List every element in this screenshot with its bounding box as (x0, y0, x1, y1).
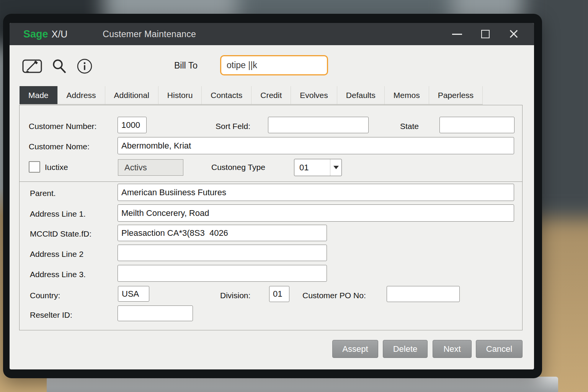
laptop-bezel: Sage X/U Custemer Maintenance (3, 14, 542, 378)
city-state-zip-input[interactable] (118, 225, 327, 241)
accept-button[interactable]: Assept (332, 340, 378, 358)
minimize-button[interactable] (452, 34, 462, 35)
tab-bar: Made Address Additional Historu Contacts… (20, 86, 483, 105)
address-line-2-label: Address Line 2 (30, 250, 83, 259)
sage-logo-suffix: X/U (52, 29, 68, 40)
division-input[interactable] (269, 286, 289, 302)
state-label: State (400, 122, 419, 131)
parent-input[interactable] (118, 184, 514, 201)
cancel-button[interactable]: Cancel (476, 340, 523, 358)
tab-defaults[interactable]: Defaults (337, 86, 385, 104)
address-line-2-input[interactable] (118, 245, 327, 261)
title-bar: Sage X/U Custemer Maintenance (10, 23, 534, 45)
delete-button[interactable]: Delete (383, 340, 428, 358)
inactive-checkbox[interactable] (29, 161, 40, 173)
customer-po-label: Customer PO No: (302, 291, 366, 300)
state-input[interactable] (439, 117, 514, 133)
tab-contacts[interactable]: Contacts (202, 86, 252, 104)
tab-memos[interactable]: Memos (385, 86, 429, 104)
info-icon[interactable] (75, 57, 94, 76)
country-input[interactable] (118, 286, 149, 302)
customer-name-input[interactable] (118, 137, 514, 154)
address-line-3-label: Address Line 3. (30, 270, 86, 279)
maximize-button[interactable] (481, 30, 490, 38)
tab-credit[interactable]: Credit (252, 86, 291, 104)
window-controls (452, 29, 519, 39)
customer-type-label: Custoneg Type (211, 163, 265, 172)
next-button[interactable]: Next (433, 340, 472, 358)
customer-po-input[interactable] (387, 286, 460, 302)
tab-paperless[interactable]: Paperless (429, 86, 483, 104)
address-line-1-input[interactable] (118, 204, 514, 222)
edit-document-icon[interactable] (21, 56, 44, 77)
tab-invoices[interactable]: Evolves (291, 86, 337, 104)
bill-to-input[interactable] (220, 55, 328, 75)
address-line-1-label: Address Line 1. (30, 209, 86, 219)
customer-number-input[interactable] (118, 117, 147, 133)
tab-history[interactable]: Historu (158, 86, 202, 104)
reseller-id-input[interactable] (118, 305, 193, 321)
sort-field-label: Sort Feld: (216, 122, 250, 131)
window-title: Custemer Maintenance (103, 29, 196, 39)
active-status-button[interactable]: Activs (118, 159, 183, 176)
reseller-id-label: Reselter ID: (30, 310, 72, 320)
close-button[interactable] (509, 29, 519, 39)
inactive-checkbox-label: Iuctixe (45, 163, 68, 172)
parent-label: Parent. (30, 189, 56, 198)
search-icon[interactable] (51, 57, 69, 76)
tab-main[interactable]: Made (20, 86, 58, 104)
division-label: Division: (220, 291, 250, 300)
sort-field-input[interactable] (268, 117, 369, 133)
tab-additional[interactable]: Additional (105, 86, 158, 104)
customer-type-value: 01 (294, 159, 330, 176)
country-label: Country: (30, 291, 60, 300)
city-state-zip-label: MCCltD State.fD: (30, 229, 91, 238)
customer-number-label: Customer Number: (29, 122, 96, 131)
laptop-base (47, 377, 558, 392)
sage-logo: Sage (23, 28, 48, 40)
chevron-down-icon (330, 159, 341, 176)
customer-type-dropdown[interactable]: 01 (294, 159, 342, 176)
bill-to-label: Bill To (174, 60, 198, 71)
customer-name-label: Customer Nome: (29, 142, 90, 151)
customer-maintenance-window: Sage X/U Custemer Maintenance (10, 23, 534, 369)
tab-address[interactable]: Address (58, 86, 105, 104)
address-line-3-input[interactable] (118, 265, 327, 282)
